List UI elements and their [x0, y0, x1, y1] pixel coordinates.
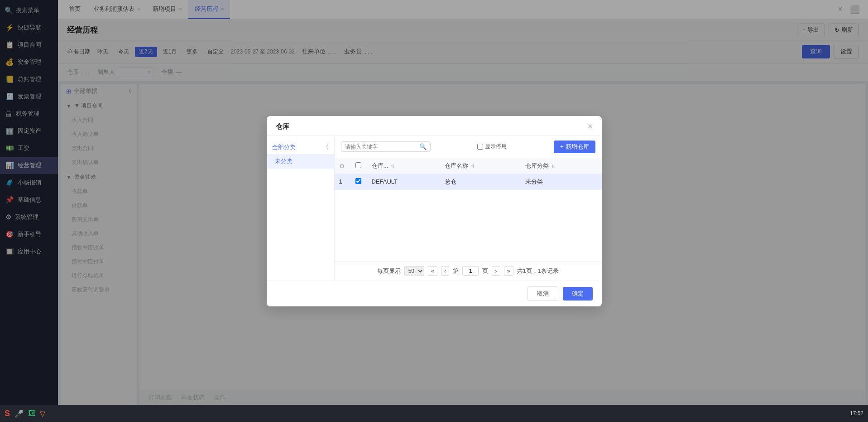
taskbar-icons: S 🎤 🖼 ▽ [5, 409, 45, 418]
modal-body: 全部分类 《 未分类 🔍 [267, 136, 602, 281]
modal-overlay: 仓库 × 全部分类 《 未分类 [0, 0, 868, 422]
warehouse-modal: 仓库 × 全部分类 《 未分类 [267, 116, 602, 306]
table-row[interactable]: 1 DEFAULT 总仓 未分类 [335, 174, 602, 189]
show-disabled-check[interactable] [477, 144, 483, 150]
col-category: 仓库分类 ⇅ [521, 158, 601, 174]
modal-header: 仓库 × [267, 116, 602, 136]
row-category: 未分类 [521, 174, 601, 189]
all-categories-label: 全部分类 [272, 143, 296, 151]
confirm-button[interactable]: 确定 [563, 287, 593, 301]
add-warehouse-label: 新增仓库 [566, 143, 589, 151]
total-text: 共1页，1条记录 [517, 267, 559, 275]
select-all-checkbox[interactable] [355, 162, 361, 168]
col-name: 仓库名称 ⇅ [440, 158, 521, 174]
row-checkbox [351, 174, 367, 189]
category-header[interactable]: 全部分类 《 [267, 141, 334, 154]
page-next-button[interactable]: › [492, 266, 500, 276]
pagination-bar: 每页显示 50 « ‹ 第 页 › » 共1页，1条记录 [335, 261, 602, 281]
warehouse-table: ⚙ 仓库... ⇅ 仓库名称 [335, 158, 602, 190]
page-last-button[interactable]: » [504, 266, 513, 276]
page-size-select[interactable]: 50 [404, 266, 424, 276]
show-disabled-label: 显示停用 [485, 143, 507, 150]
search-input[interactable] [345, 144, 417, 150]
category-panel: 全部分类 《 未分类 [267, 136, 335, 281]
content-toolbar: 🔍 显示停用 + 新增仓库 [335, 136, 602, 158]
taskbar-icon-mic[interactable]: 🎤 [14, 409, 24, 418]
row-name: 总仓 [440, 174, 521, 189]
search-box: 🔍 [341, 141, 431, 152]
search-icon: 🔍 [419, 143, 427, 150]
settings-icon[interactable]: ⚙ [339, 162, 345, 170]
page-first-button[interactable]: « [428, 266, 437, 276]
taskbar-icon-filter[interactable]: ▽ [40, 409, 45, 418]
col-checkbox [351, 158, 367, 174]
content-panel: 🔍 显示停用 + 新增仓库 [335, 136, 602, 281]
taskbar-time: 17:52 [850, 410, 863, 417]
row-code: DEFAULT [367, 174, 440, 189]
category-item-uncategorized[interactable]: 未分类 [267, 154, 334, 169]
page-suffix: 页 [482, 267, 488, 275]
sort-icon-category: ⇅ [551, 164, 555, 169]
modal-close-button[interactable]: × [588, 122, 593, 131]
per-page-label: 每页显示 [377, 267, 401, 275]
col-code: 仓库... ⇅ [367, 158, 440, 174]
plus-icon: + [560, 143, 564, 150]
table-header-row: ⚙ 仓库... ⇅ 仓库名称 [335, 158, 602, 174]
modal-title: 仓库 [276, 122, 289, 131]
cancel-button[interactable]: 取消 [528, 286, 558, 301]
page-input[interactable] [462, 266, 479, 276]
row-index: 1 [335, 174, 351, 189]
category-scroll: 未分类 [267, 154, 334, 276]
sort-icon-name: ⇅ [471, 164, 475, 169]
row-select-checkbox[interactable] [355, 178, 361, 184]
taskbar-icon-s[interactable]: S [5, 409, 10, 418]
panel-collapse-button[interactable]: 《 [322, 143, 329, 151]
add-warehouse-button[interactable]: + 新增仓库 [554, 141, 595, 153]
sort-icon-code: ⇅ [391, 164, 394, 169]
taskbar: S 🎤 🖼 ▽ 17:52 [0, 405, 868, 422]
modal-footer: 取消 确定 [267, 281, 602, 306]
col-settings: ⚙ [335, 158, 351, 174]
taskbar-icon-img[interactable]: 🖼 [28, 409, 35, 417]
page-prev-button[interactable]: ‹ [441, 266, 449, 276]
warehouse-table-scroll: ⚙ 仓库... ⇅ 仓库名称 [335, 158, 602, 261]
show-disabled-checkbox[interactable]: 显示停用 [477, 143, 507, 150]
page-label: 第 [453, 267, 459, 275]
